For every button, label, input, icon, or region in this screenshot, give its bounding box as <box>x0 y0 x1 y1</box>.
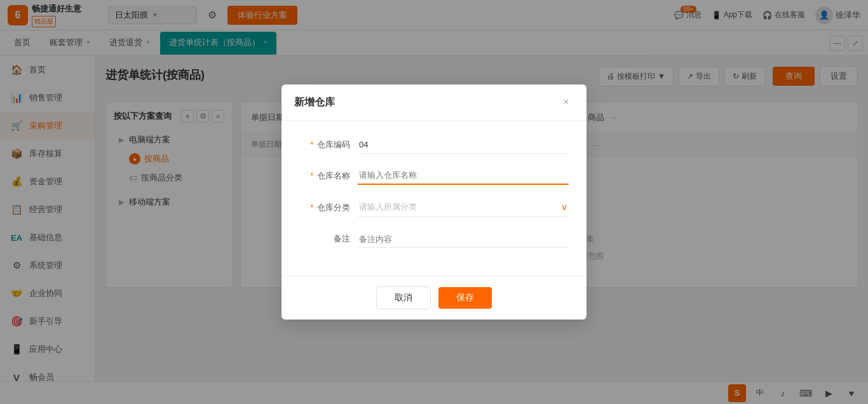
save-button[interactable]: 保存 <box>438 287 492 309</box>
code-input[interactable] <box>358 136 569 154</box>
category-dropdown-arrow: ∨ <box>561 202 567 212</box>
dialog-close-button[interactable]: × <box>559 95 574 110</box>
dialog-body: * 仓库编码 * 仓库名称 * 仓库分类 请输入所属 <box>281 121 587 276</box>
category-required: * <box>310 203 313 212</box>
cancel-button[interactable]: 取消 <box>376 286 431 309</box>
note-label: 备注 <box>299 233 350 245</box>
code-required: * <box>310 140 313 149</box>
note-input[interactable] <box>358 230 569 248</box>
add-warehouse-dialog: 新增仓库 × * 仓库编码 * 仓库名称 <box>281 84 587 320</box>
dialog-header: 新增仓库 × <box>281 84 587 121</box>
category-label: * 仓库分类 <box>299 202 350 213</box>
category-placeholder: 请输入所属分类 <box>359 201 417 213</box>
dialog-title: 新增仓库 <box>294 96 335 109</box>
code-label: * 仓库编码 <box>299 139 350 151</box>
form-row-note: 备注 <box>299 230 569 248</box>
category-select[interactable]: 请输入所属分类 ∨ <box>358 198 569 217</box>
modal-overlay[interactable]: 新增仓库 × * 仓库编码 * 仓库名称 <box>0 0 868 404</box>
name-label: * 仓库名称 <box>299 170 350 182</box>
name-input[interactable] <box>358 166 569 185</box>
form-row-name: * 仓库名称 <box>299 166 569 185</box>
name-required: * <box>310 171 313 180</box>
dialog-footer: 取消 保存 <box>281 276 587 320</box>
form-row-category: * 仓库分类 请输入所属分类 ∨ <box>299 198 569 217</box>
form-row-code: * 仓库编码 <box>299 136 569 154</box>
